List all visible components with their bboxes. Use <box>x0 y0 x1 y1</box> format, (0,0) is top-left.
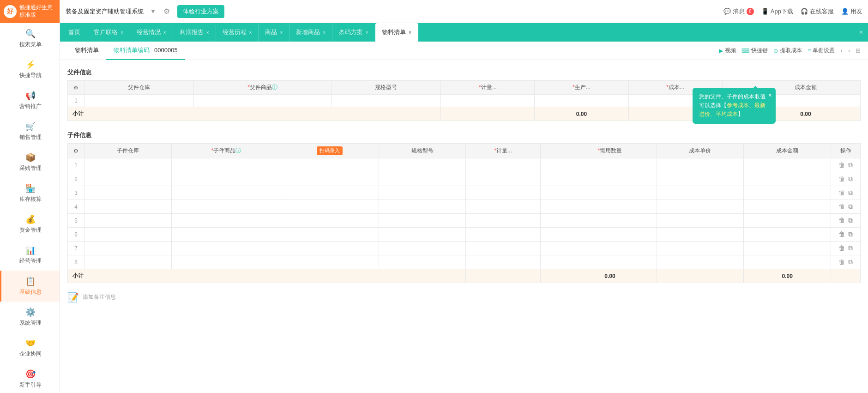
sidebar-item-finance[interactable]: 💰 资金管理 <box>0 209 60 240</box>
sidebar-item-fast-nav[interactable]: ⚡ 快捷导航 <box>0 54 60 85</box>
delete-row-icon[interactable]: 🗑 <box>838 258 845 266</box>
sidebar-item-guide[interactable]: 🎯 新手引导 <box>0 363 60 393</box>
child-warehouse-cell[interactable] <box>84 158 172 172</box>
tab-goods-close-icon[interactable]: × <box>280 30 283 35</box>
parent-unit-cell[interactable] <box>441 95 535 107</box>
child-unit-cost-cell[interactable] <box>657 200 744 214</box>
child-goods-cell[interactable] <box>171 228 281 242</box>
experience-button[interactable]: 体验行业方案 <box>177 5 224 18</box>
delete-row-icon[interactable]: 🗑 <box>838 161 845 169</box>
tab-profit[interactable]: 利润报告 × <box>173 23 216 42</box>
copy-row-icon[interactable]: ⧉ <box>848 244 853 252</box>
tab-goods[interactable]: 商品 × <box>259 23 289 42</box>
child-quantity-cell[interactable] <box>563 186 657 200</box>
sidebar-item-marketing[interactable]: 📢 营销推广 <box>0 85 60 116</box>
user-action[interactable]: 👤 用友 <box>841 7 862 16</box>
tab-new-goods-close-icon[interactable]: × <box>323 30 326 35</box>
child-goods-cell[interactable] <box>171 200 281 214</box>
parent-production-cell[interactable] <box>535 95 628 107</box>
child-quantity-cell[interactable] <box>563 200 657 214</box>
tab-bom[interactable]: 物料清单 × <box>375 23 418 42</box>
child-unit-cell[interactable] <box>466 200 541 214</box>
child-unit-cost-cell[interactable] <box>657 214 744 228</box>
child-spec-cell[interactable] <box>379 242 466 255</box>
child-unit-cell[interactable] <box>466 228 541 242</box>
sidebar-item-operations[interactable]: 📊 经营管理 <box>0 240 60 271</box>
sidebar-item-purchase[interactable]: 📦 采购管理 <box>0 147 60 178</box>
tab-ops-history[interactable]: 经营历程 × <box>216 23 259 42</box>
child-warehouse-cell[interactable] <box>84 200 172 214</box>
child-quantity-cell[interactable] <box>563 255 657 269</box>
copy-row-icon[interactable]: ⧉ <box>848 161 853 169</box>
tab-operations-status[interactable]: 经营情况 × <box>130 23 173 42</box>
child-spec-cell[interactable] <box>379 200 466 214</box>
copy-row-icon[interactable]: ⧉ <box>848 175 853 182</box>
child-spec-cell[interactable] <box>379 158 466 172</box>
tab-customer[interactable]: 客户联络 × <box>87 23 130 42</box>
tooltip-close-button[interactable]: × <box>768 90 772 100</box>
delete-row-icon[interactable]: 🗑 <box>838 189 845 196</box>
child-unit-cost-cell[interactable] <box>657 186 744 200</box>
child-unit-cost-cell[interactable] <box>657 228 744 242</box>
child-unit-cell[interactable] <box>466 172 541 186</box>
delete-row-icon[interactable]: 🗑 <box>838 217 845 224</box>
extract-cost-action[interactable]: ⊙ 提取成本 <box>773 47 802 54</box>
message-action[interactable]: 💬 消息 6 <box>723 7 754 16</box>
tab-bom-close-icon[interactable]: × <box>409 30 411 35</box>
child-quantity-cell[interactable] <box>563 172 657 186</box>
child-warehouse-cell[interactable] <box>84 214 172 228</box>
child-goods-cell[interactable] <box>171 172 281 186</box>
child-unit-cell[interactable] <box>466 255 541 269</box>
copy-row-icon[interactable]: ⧉ <box>848 203 853 210</box>
single-doc-settings-action[interactable]: ≡ 单据设置 <box>808 47 835 54</box>
child-warehouse-cell[interactable] <box>84 255 172 269</box>
child-warehouse-cell[interactable] <box>84 242 172 255</box>
tab-ops-history-close-icon[interactable]: × <box>249 30 252 35</box>
child-unit-cell[interactable] <box>466 214 541 228</box>
child-warehouse-cell[interactable] <box>84 172 172 186</box>
tab-new-goods[interactable]: 新增商品 × <box>289 23 332 42</box>
delete-row-icon[interactable]: 🗑 <box>838 203 845 210</box>
child-quantity-cell[interactable] <box>563 242 657 255</box>
child-goods-cell[interactable] <box>171 255 281 269</box>
parent-spec-cell[interactable] <box>332 95 441 107</box>
child-unit-cell[interactable] <box>466 158 541 172</box>
child-spec-cell[interactable] <box>379 228 466 242</box>
copy-row-icon[interactable]: ⧉ <box>848 189 853 196</box>
tab-barcode-close-icon[interactable]: × <box>366 30 368 35</box>
app-download-action[interactable]: 📱 App下载 <box>761 7 793 16</box>
expand-icon[interactable]: ⊞ <box>856 47 861 54</box>
sidebar-item-search[interactable]: 🔍 搜索菜单 <box>0 23 60 54</box>
delete-row-icon[interactable]: 🗑 <box>838 244 845 252</box>
child-col-scan[interactable]: 扫码录入 <box>281 144 379 158</box>
sidebar-item-cooperation[interactable]: 🤝 企业协同 <box>0 333 60 363</box>
child-warehouse-cell[interactable] <box>84 186 172 200</box>
sidebar-item-basic-info[interactable]: 📋 基础信息 <box>0 271 60 302</box>
child-goods-cell[interactable] <box>171 186 281 200</box>
child-unit-cell[interactable] <box>466 242 541 255</box>
child-col-settings[interactable]: ⚙ <box>68 144 84 158</box>
child-goods-cell[interactable] <box>171 158 281 172</box>
child-unit-cell[interactable] <box>466 186 541 200</box>
parent-col-settings[interactable]: ⚙ <box>68 81 84 95</box>
sidebar-item-inventory[interactable]: 🏪 库存核算 <box>0 178 60 209</box>
child-quantity-cell[interactable] <box>563 228 657 242</box>
child-spec-cell[interactable] <box>379 255 466 269</box>
copy-row-icon[interactable]: ⧉ <box>848 230 853 238</box>
child-goods-cell[interactable] <box>171 214 281 228</box>
parent-goods-cell[interactable] <box>194 95 332 107</box>
child-unit-cost-cell[interactable] <box>657 172 744 186</box>
child-spec-cell[interactable] <box>379 172 466 186</box>
parent-warehouse-cell[interactable] <box>84 95 194 107</box>
sidebar-item-sales[interactable]: 🛒 销售管理 <box>0 116 60 147</box>
child-unit-cost-cell[interactable] <box>657 255 744 269</box>
tab-ops-status-close-icon[interactable]: × <box>163 30 166 35</box>
close-all-tabs-button[interactable]: ✕ <box>856 29 866 36</box>
sidebar-item-system[interactable]: ⚙️ 系统管理 <box>0 302 60 333</box>
child-spec-cell[interactable] <box>379 214 466 228</box>
settings-icon[interactable]: ⚙ <box>161 6 173 17</box>
scan-input-button[interactable]: 扫码录入 <box>317 146 343 155</box>
copy-row-icon[interactable]: ⧉ <box>848 258 853 266</box>
child-unit-cost-cell[interactable] <box>657 158 744 172</box>
child-quantity-cell[interactable] <box>563 214 657 228</box>
